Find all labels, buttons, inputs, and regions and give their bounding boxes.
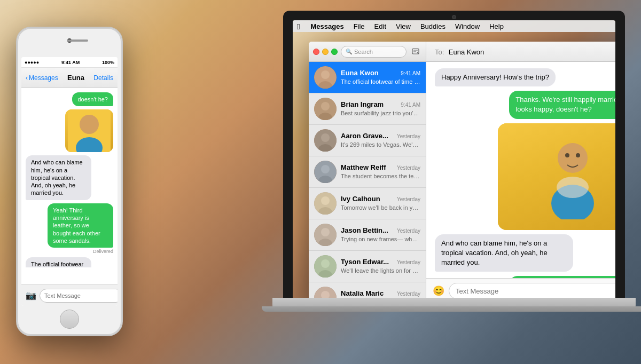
search-icon: 🔍 bbox=[346, 49, 352, 54]
iphone-message-1: doesn't he? bbox=[26, 92, 113, 106]
conversation-item-tyson-edwards[interactable]: Tyson Edwar... Yesterday We'll leave the… bbox=[309, 251, 426, 282]
maximize-button[interactable] bbox=[331, 49, 338, 55]
svg-point-20 bbox=[321, 259, 330, 268]
conv-header-tyson-edwards: Tyson Edwar... Yesterday bbox=[341, 258, 420, 266]
messages-window: 🔍 Search bbox=[309, 42, 615, 299]
avatar-brian-ingram bbox=[314, 98, 337, 120]
avatar-euna-kwon bbox=[314, 66, 337, 89]
emoji-icon[interactable]: 😊 bbox=[433, 285, 444, 297]
conv-header-aaron-graves: Aaron Grave... Yesterday bbox=[341, 132, 420, 140]
menu-window[interactable]: Window bbox=[454, 22, 481, 30]
conv-preview-ivy-calhoun: Tomorrow we'll be back in your neighborh… bbox=[341, 204, 420, 211]
iphone-message-3: And who can blame him, he's on a tropica… bbox=[26, 155, 113, 200]
minimize-button[interactable] bbox=[322, 49, 329, 55]
chat-area: To: Euna Kwon Details Happy Anniversary!… bbox=[426, 42, 615, 299]
iphone-details-button[interactable]: Details bbox=[93, 74, 113, 82]
delivered-status: Delivered bbox=[93, 249, 113, 254]
avatar-matthew-reiff bbox=[314, 161, 337, 183]
apple-menu-icon[interactable]:  bbox=[297, 22, 300, 31]
conv-time-jason-bettini: Yesterday bbox=[397, 228, 420, 234]
conv-preview-aaron-graves: It's 269 miles to Vegas. We've got a ful… bbox=[341, 141, 420, 148]
iphone-device: ●●●●● 9:41 AM 100% ‹ Messages Euna Detai… bbox=[16, 27, 123, 336]
laptop-bezel:  Messages File Edit View Buddies Window… bbox=[283, 11, 625, 299]
message-row-4: And who can blame him, he's on a tropica… bbox=[435, 234, 615, 272]
avatar-natalia-maric bbox=[314, 287, 337, 299]
svg-point-8 bbox=[321, 133, 330, 142]
chat-input-area: 😊 🎤 bbox=[426, 278, 615, 299]
sidebar: 🔍 Search bbox=[309, 42, 426, 299]
avatar-jason-bettini bbox=[314, 224, 337, 246]
conversation-item-brian-ingram[interactable]: Brian Ingram 9:41 AM Best surfability ja… bbox=[309, 93, 426, 125]
conv-time-euna-kwon: 9:41 AM bbox=[401, 70, 420, 76]
conv-name-euna-kwon: Euna Kwon bbox=[341, 69, 379, 77]
menu-help[interactable]: Help bbox=[488, 22, 505, 30]
conv-info-matthew-reiff: Matthew Reiff Yesterday The student beco… bbox=[341, 163, 420, 180]
chat-text-input[interactable] bbox=[449, 283, 615, 299]
conversation-item-natalia-maric[interactable]: Natalia Maric Yesterday Oh, I'm on 21st … bbox=[309, 282, 426, 299]
iphone-message-2 bbox=[26, 109, 113, 152]
svg-point-5 bbox=[321, 102, 330, 110]
message-bubble-4: And who can blame him, he's on a tropica… bbox=[435, 234, 573, 272]
conv-header-ivy-calhoun: Ivy Calhoun Yesterday bbox=[341, 195, 420, 203]
svg-point-14 bbox=[321, 196, 330, 205]
chat-messages: Happy Anniversary! How's the trip? Thank… bbox=[426, 62, 615, 278]
conv-preview-euna-kwon: The official footwear of time off. bbox=[341, 78, 420, 85]
iphone-text-input[interactable] bbox=[40, 289, 118, 303]
search-bar[interactable]: 🔍 Search bbox=[341, 46, 407, 58]
conv-info-tyson-edwards: Tyson Edwar... Yesterday We'll leave the… bbox=[341, 258, 420, 274]
conversation-item-euna-kwon[interactable]: Euna Kwon 9:41 AM The official footwear … bbox=[309, 62, 426, 93]
laptop-screen:  Messages File Edit View Buddies Window… bbox=[293, 20, 615, 299]
chat-header: To: Euna Kwon Details bbox=[426, 42, 615, 62]
conv-name-aaron-graves: Aaron Grave... bbox=[341, 132, 388, 140]
conversation-item-aaron-graves[interactable]: Aaron Grave... Yesterday It's 269 miles … bbox=[309, 125, 426, 156]
conversation-list: Euna Kwon 9:41 AM The official footwear … bbox=[309, 62, 426, 299]
conv-name-natalia-maric: Natalia Maric bbox=[341, 289, 384, 297]
battery-indicator: 100% bbox=[102, 60, 114, 65]
svg-point-2 bbox=[321, 70, 330, 79]
search-placeholder: Search bbox=[354, 49, 373, 55]
menu-app-name[interactable]: Messages bbox=[309, 22, 345, 30]
conv-name-tyson-edwards: Tyson Edwar... bbox=[341, 258, 389, 266]
message-row-1: Happy Anniversary! How's the trip? bbox=[435, 68, 615, 86]
close-button[interactable] bbox=[313, 49, 319, 55]
sidebar-header: 🔍 Search bbox=[309, 42, 426, 62]
conv-time-ivy-calhoun: Yesterday bbox=[397, 196, 420, 202]
conv-preview-brian-ingram: Best surfability jazz trio you've ever h… bbox=[341, 109, 420, 117]
conv-info-aaron-graves: Aaron Grave... Yesterday It's 269 miles … bbox=[341, 132, 420, 148]
conversation-item-jason-bettini[interactable]: Jason Bettin... Yesterday Trying on new … bbox=[309, 219, 426, 251]
chevron-left-icon: ‹ bbox=[26, 74, 28, 82]
conv-name-jason-bettini: Jason Bettin... bbox=[341, 226, 388, 234]
conv-name-matthew-reiff: Matthew Reiff bbox=[341, 163, 386, 171]
iphone-nav-bar: ‹ Messages Euna Details bbox=[21, 68, 118, 88]
conv-time-tyson-edwards: Yesterday bbox=[397, 259, 420, 265]
back-button[interactable]: ‹ Messages bbox=[26, 74, 58, 82]
iphone-time: 9:41 AM bbox=[61, 60, 80, 65]
iphone-message-4-container: Yeah! Third anniversary is leather, so w… bbox=[26, 203, 113, 254]
menu-buddies[interactable]: Buddies bbox=[419, 22, 447, 30]
conv-time-matthew-reiff: Yesterday bbox=[397, 165, 420, 171]
message-row-2: Thanks. We're still happily married. He … bbox=[435, 91, 615, 118]
signal-indicator: ●●●●● bbox=[25, 60, 39, 65]
message-bubble-1: Happy Anniversary! How's the trip? bbox=[435, 68, 556, 86]
iphone-bubble-4: Yeah! Third anniversary is leather, so w… bbox=[48, 203, 113, 248]
conv-header-brian-ingram: Brian Ingram 9:41 AM bbox=[341, 100, 420, 108]
compose-button[interactable] bbox=[410, 46, 421, 58]
iphone-messages: doesn't he? And who can blame him, he's … bbox=[21, 88, 118, 267]
iphone-status-bar: ●●●●● 9:41 AM 100% bbox=[21, 57, 118, 68]
menu-view[interactable]: View bbox=[395, 22, 412, 30]
home-button[interactable] bbox=[60, 310, 79, 329]
avatar-ivy-calhoun bbox=[314, 192, 337, 215]
camera-icon[interactable]: 📷 bbox=[26, 290, 36, 300]
menu-file[interactable]: File bbox=[353, 22, 366, 30]
iphone-speaker bbox=[67, 39, 88, 42]
conv-info-brian-ingram: Brian Ingram 9:41 AM Best surfability ja… bbox=[341, 100, 420, 117]
chat-recipient-name: Euna Kwon bbox=[449, 48, 484, 56]
conv-preview-tyson-edwards: We'll leave the lights on for you. bbox=[341, 267, 420, 274]
svg-point-29 bbox=[576, 153, 580, 157]
chat-to-label: To: Euna Kwon bbox=[435, 47, 484, 57]
conversation-item-matthew-reiff[interactable]: Matthew Reiff Yesterday The student beco… bbox=[309, 156, 426, 188]
menu-edit[interactable]: Edit bbox=[373, 22, 387, 30]
conversation-item-ivy-calhoun[interactable]: Ivy Calhoun Yesterday Tomorrow we'll be … bbox=[309, 188, 426, 219]
conv-info-ivy-calhoun: Ivy Calhoun Yesterday Tomorrow we'll be … bbox=[341, 195, 420, 211]
avatar-aaron-graves bbox=[314, 129, 337, 152]
